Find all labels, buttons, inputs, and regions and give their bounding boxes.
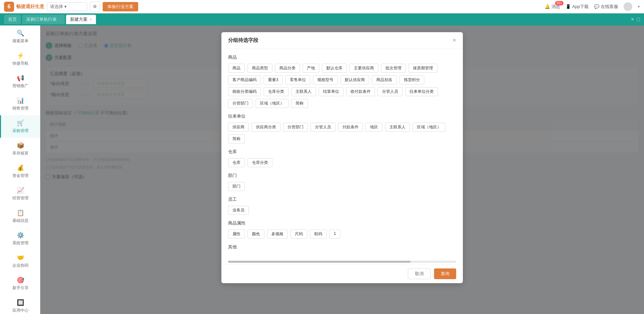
- sidebar: 🔍 搜索菜单 ⚡ 快捷导航 📢 营销推广 📊 销售管理 🛒 采购管理 📦 库存核…: [0, 25, 40, 314]
- field-tag-abbr-product[interactable]: 简称: [291, 99, 308, 108]
- main-layout: 🔍 搜索菜单 ⚡ 快捷导航 📢 营销推广 📊 销售管理 🛒 采购管理 📦 库存核…: [0, 25, 644, 314]
- sidebar-item-system[interactable]: ⚙️ 系统管理: [0, 228, 40, 250]
- section-product-attr-tags: 属性 颜色 多规格 尺码 鞋码 1: [228, 230, 456, 239]
- section-counterpart-label: 往来单位: [228, 113, 456, 119]
- field-tag-product[interactable]: 商品: [228, 64, 245, 73]
- field-tag-main-contact[interactable]: 主联系人: [291, 87, 316, 96]
- field-tag-region2[interactable]: 区域（地区）: [413, 123, 445, 132]
- field-tag-manager2[interactable]: 分管人员: [311, 123, 335, 132]
- app-download-button[interactable]: 📱 App下载: [566, 4, 589, 10]
- sidebar-marketing-label: 营销推广: [12, 83, 29, 89]
- field-tag-tax-code[interactable]: 税收分类编码: [228, 87, 261, 96]
- collab-icon: 🤝: [17, 254, 24, 261]
- field-tag-warehouse-cat[interactable]: 仓库分类: [248, 158, 272, 167]
- tab-purchase-order[interactable]: 采购订单执行表 ×: [22, 15, 65, 24]
- sidebar-item-collab[interactable]: 🤝 企业协同: [0, 250, 40, 272]
- confirm-button[interactable]: 查询: [434, 268, 456, 279]
- modal-hscroll-track[interactable]: [228, 261, 456, 263]
- field-tag-supplier-category[interactable]: 供应商分类: [252, 123, 280, 132]
- sidebar-item-basic[interactable]: 📋 基础信息: [0, 205, 40, 228]
- section-counterpart: 往来单位 供应商 供应商分类 分管部门 分管人员 付款条件 地区 主联系人 区域…: [228, 113, 456, 143]
- field-tag-customer-code[interactable]: 客户商品编码: [228, 75, 261, 84]
- field-tag-default-warehouse[interactable]: 默认仓库: [322, 64, 347, 73]
- section-dept-tags: 部门: [228, 182, 456, 191]
- section-product-label: 商品: [228, 54, 456, 60]
- sidebar-basic-label: 基础信息: [12, 218, 29, 224]
- gear-button[interactable]: ⚙: [90, 2, 100, 12]
- field-tag-region[interactable]: 地区: [366, 123, 382, 132]
- nav-selector[interactable]: 请选择 ▾: [47, 2, 87, 11]
- field-tag-batch-mgmt[interactable]: 批次管理: [381, 64, 406, 73]
- tab-new-plan-close-icon[interactable]: ×: [90, 17, 92, 21]
- field-tag-pick-points[interactable]: 拣货积分: [399, 75, 424, 84]
- section-employee-tags: 业务员: [228, 206, 456, 215]
- system-icon: ⚙️: [17, 232, 24, 239]
- operations-icon: 📈: [17, 187, 24, 194]
- field-tag-supplier[interactable]: 供应商: [228, 123, 249, 132]
- field-tag-size[interactable]: 尺码: [290, 230, 307, 239]
- section-other: 其他: [228, 244, 456, 250]
- field-tag-warehouse[interactable]: 仓库: [228, 158, 245, 167]
- field-tag-dept[interactable]: 部门: [228, 182, 245, 191]
- trial-button[interactable]: 体验行业方案: [103, 2, 138, 11]
- sidebar-guide-label: 新手引导: [12, 285, 29, 291]
- field-tag-attr-1[interactable]: 1: [329, 230, 340, 239]
- field-tag-color[interactable]: 颜色: [248, 230, 264, 239]
- field-tag-manager[interactable]: 分管人员: [378, 87, 402, 96]
- sidebar-item-inventory[interactable]: 📦 库存核算: [0, 138, 40, 160]
- tab-bar-controls: × □: [631, 16, 640, 22]
- field-tag-counterpart-category[interactable]: 往来单位分类: [405, 87, 438, 96]
- sidebar-item-operations[interactable]: 📈 经营管理: [0, 183, 40, 205]
- sidebar-item-guide[interactable]: 🎯 新手引导: [0, 272, 40, 295]
- field-tag-product-alias[interactable]: 商品别名: [372, 75, 397, 84]
- field-tag-region-product[interactable]: 区域（地区）: [256, 99, 288, 108]
- field-tag-abbr2[interactable]: 简称: [228, 134, 245, 143]
- field-tag-product-type[interactable]: 商品类型: [248, 64, 272, 73]
- field-tag-warehouse-category[interactable]: 仓库分类: [264, 87, 288, 96]
- field-tag-payment-terms[interactable]: 收付款条件: [346, 87, 375, 96]
- sidebar-item-search[interactable]: 🔍 搜索菜单: [0, 25, 40, 48]
- modal-close-icon[interactable]: ×: [452, 37, 456, 44]
- sales-icon: 📊: [17, 97, 24, 104]
- avatar[interactable]: [624, 2, 632, 11]
- field-tag-multi-spec[interactable]: 多规格: [267, 230, 288, 239]
- field-tag-main-contact2[interactable]: 主联系人: [385, 123, 410, 132]
- sidebar-item-sales[interactable]: 📊 销售管理: [0, 93, 40, 115]
- guide-icon: 🎯: [17, 276, 24, 284]
- sidebar-item-finance[interactable]: 💰 资金管理: [0, 160, 40, 183]
- sidebar-item-marketing[interactable]: 📢 营销推广: [0, 70, 40, 93]
- field-tag-attribute[interactable]: 属性: [228, 230, 245, 239]
- sidebar-item-apps[interactable]: 🔲 应用中心: [0, 295, 40, 314]
- field-tag-expiry-mgmt[interactable]: 保质期管理: [409, 64, 437, 73]
- field-tag-dept-charge2[interactable]: 分管部门: [283, 123, 308, 132]
- sidebar-item-purchase[interactable]: 🛒 采购管理: [0, 115, 40, 138]
- field-tag-product-category[interactable]: 商品分类: [275, 64, 300, 73]
- sidebar-item-quick-nav[interactable]: ⚡ 快捷导航: [0, 48, 40, 70]
- field-tag-main-supplier[interactable]: 主要供应商: [350, 64, 378, 73]
- online-service-label: 在线客服: [601, 4, 618, 10]
- online-service-button[interactable]: 💬 在线客服: [594, 4, 618, 10]
- cancel-button[interactable]: 取消: [408, 268, 431, 279]
- sidebar-finance-label: 资金管理: [12, 173, 29, 179]
- field-tag-salesperson[interactable]: 业务员: [228, 206, 249, 215]
- field-tag-shoe-size[interactable]: 鞋码: [310, 230, 327, 239]
- tab-new-plan[interactable]: 新建方案 ×: [66, 15, 96, 24]
- tab-home[interactable]: 首页: [4, 15, 21, 24]
- field-tag-dept-charge[interactable]: 分管部门: [228, 99, 253, 108]
- field-tag-origin[interactable]: 产地: [303, 64, 319, 73]
- tab-close-all-icon[interactable]: ×: [631, 16, 634, 22]
- sidebar-system-label: 系统管理: [12, 240, 29, 246]
- notification-button[interactable]: 🔔 消息 99+: [545, 4, 560, 10]
- field-tag-settlement-unit[interactable]: 结算单位: [319, 87, 343, 96]
- tab-menu-icon[interactable]: □: [637, 16, 640, 22]
- inventory-icon: 📦: [17, 142, 24, 149]
- tab-purchase-order-label: 采购订单执行表: [26, 16, 57, 22]
- notification-badge: 99+: [555, 1, 564, 5]
- field-tag-default-supplier[interactable]: 默认供应商: [340, 75, 369, 84]
- section-employee-label: 员工: [228, 196, 456, 202]
- tab-purchase-close-icon[interactable]: ×: [59, 17, 61, 21]
- field-tag-retail-unit[interactable]: 零售单位: [285, 75, 310, 84]
- field-tag-spec-model[interactable]: 规格型号: [313, 75, 338, 84]
- field-tag-weight3[interactable]: 重量3: [264, 75, 283, 84]
- field-tag-payment-cond[interactable]: 付款条件: [338, 123, 363, 132]
